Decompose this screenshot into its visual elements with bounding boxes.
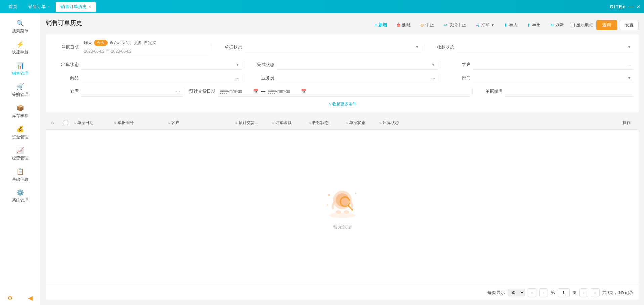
setting-btn[interactable]: 设置 [620,20,639,30]
date-option-more[interactable]: 更多 [134,40,142,46]
complete-status-filter[interactable]: ▼ [277,60,437,70]
doc-status-filter[interactable]: ▼ [245,42,421,52]
payment-status-filter[interactable]: ▼ [457,42,634,52]
th-delivery[interactable]: ⇅ 预计交货... [232,120,269,126]
date-option-yesterday[interactable]: 昨天 [84,40,92,46]
filter-row-2: 出库状态 ▼ 完成状态 ▼ 客户 [51,60,633,70]
department-arrow-icon: ▼ [627,76,631,80]
out-status-filter[interactable]: ▼ [81,60,241,70]
sidebar-item-basic-info[interactable]: 📋 基础信息 [0,164,40,186]
close-btn[interactable]: × [636,3,640,10]
next-page-btn[interactable]: › [579,288,588,297]
date-option-today[interactable]: 今天 [94,40,108,46]
sidebar-item-system[interactable]: ⚙️ 系统管理 [0,186,40,207]
show-details-checkbox[interactable] [570,23,575,27]
th-settings[interactable]: ⚙ [48,121,60,125]
print-btn[interactable]: 🖨 打印 ▼ [472,20,498,30]
doc-number-input[interactable] [508,89,631,94]
sidebar-item-inventory[interactable]: 📦 库存核算 [0,101,40,122]
last-page-btn[interactable]: » [591,288,600,297]
tab-sales-order-history[interactable]: 销售订单历史 × [56,2,95,12]
sidebar-item-operations[interactable]: 📈 经营管理 [0,143,40,164]
warehouse-dots-icon[interactable]: ··· [176,89,180,94]
show-details-toggle[interactable]: 显示明细 [570,22,594,28]
page-number-input[interactable] [558,288,570,297]
customer-filter[interactable]: ··· [473,60,633,70]
date-option-1month[interactable]: 近1月 [122,40,132,46]
th-doc-status[interactable]: ⇅ 单据状态 [343,120,376,126]
stop-btn[interactable]: ⊘ 中止 [417,20,437,30]
query-btn[interactable]: 查询 [596,20,617,30]
warehouse-filter[interactable]: ··· [81,86,182,97]
show-details-label: 显示明细 [576,22,594,28]
svg-point-7 [328,194,330,196]
divider-1 [212,44,212,51]
page-size-select[interactable]: 50 10 20 100 [508,289,525,296]
tab-sales-order-history-label: 销售订单历史 [60,4,87,10]
filter-row-1: 单据日期 昨天 今天 近7天 近1月 更多 自定义 2023-06-02 至 2… [51,38,633,56]
th-amount[interactable]: ⇅ 订单金额 [269,120,306,126]
payment-status-dropdown[interactable]: ▼ [459,45,632,49]
tab-sales-order[interactable]: 销售订单 × [24,2,54,12]
collapse-filter-btn[interactable]: ∧ 收起更多条件 [51,100,633,108]
new-btn[interactable]: + 新增 [371,20,390,30]
new-btn-label: + 新增 [375,22,387,28]
department-dropdown[interactable]: ▼ [475,76,631,80]
salesperson-dots-icon[interactable]: ··· [431,75,435,81]
operations-icon: 📈 [16,147,24,154]
sidebar-item-quick-nav[interactable]: ⚡ 快捷导航 [0,37,40,59]
import-btn[interactable]: ⬇ 导入 [501,20,521,30]
date-options-row: 昨天 今天 近7天 近1月 更多 自定义 [84,40,156,46]
delivery-date-from-input[interactable] [220,89,250,94]
tab-home[interactable]: 首页 [4,2,22,12]
delivery-date-to-input[interactable] [268,89,298,94]
sidebar-settings-icon[interactable]: ⚙ [7,294,13,302]
sidebar-item-finance[interactable]: 💰 资金管理 [0,122,40,143]
th-customer[interactable]: ⇅ 客户 [165,120,232,126]
delete-btn[interactable]: 🗑 删除 [393,20,414,30]
out-status-dropdown[interactable]: ▼ [83,62,239,67]
th-out-status[interactable]: ⇅ 出库状态 [376,120,410,126]
calendar-to-icon[interactable]: 📅 [301,89,306,94]
th-date[interactable]: ⇅ 单据日期 [71,120,111,126]
payment-status-label: 收款状态 [427,44,457,50]
th-num[interactable]: ⇅ 单据编号 [111,120,165,126]
product-dots-icon[interactable]: ··· [235,75,240,81]
th-pay-status[interactable]: ⇅ 收款状态 [306,120,343,126]
th-date-icon: ⇅ [73,121,76,125]
date-option-7days[interactable]: 近7天 [110,40,120,46]
tab-sales-order-close[interactable]: × [48,5,50,9]
salesperson-filter[interactable]: ··· [277,73,437,83]
th-num-label: 单据编号 [118,120,134,126]
calendar-from-icon[interactable]: 📅 [253,89,258,94]
sidebar-collapse-icon[interactable]: ◀ [28,294,33,302]
empty-state: 暂无数据 [46,130,639,285]
cancel-stop-btn[interactable]: ↩ 取消中止 [440,20,469,30]
date-option-custom[interactable]: 自定义 [144,40,156,46]
product-dropdown[interactable]: ··· [83,75,239,81]
refresh-btn[interactable]: ↻ 刷新 [547,20,567,30]
filter-row-3: 商品 ··· 业务员 ··· 部门 [51,73,633,83]
sidebar-item-purchase-mgmt[interactable]: 🛒 采购管理 [0,80,40,101]
customer-dropdown[interactable]: ··· [475,62,631,67]
doc-status-dropdown[interactable]: ▼ [247,45,419,49]
customer-dots-icon[interactable]: ··· [627,62,631,67]
warehouse-dropdown[interactable]: ··· [83,89,180,94]
sidebar-item-search-menu[interactable]: 🔍 搜索菜单 [0,16,40,37]
salesperson-dropdown[interactable]: ··· [279,75,435,81]
sidebar-item-inventory-label: 库存核算 [12,113,28,119]
complete-status-dropdown[interactable]: ▼ [279,62,435,67]
department-filter[interactable]: ▼ [473,73,633,83]
first-page-btn[interactable]: « [528,288,536,297]
product-filter[interactable]: ··· [81,73,241,83]
export-btn[interactable]: ⬆ 导出 [524,20,544,30]
tab-sales-order-history-close[interactable]: × [89,5,91,9]
select-all-checkbox[interactable] [63,121,68,125]
divider-3 [244,61,244,68]
table-container: ⚙ ⇅ 单据日期 ⇅ 单据编号 ⇅ 客户 ⇅ 预计交货. [46,116,639,300]
sidebar-item-sales-mgmt[interactable]: 📊 销售管理 [0,59,40,80]
minimize-btn[interactable]: — [628,4,634,10]
th-delivery-icon: ⇅ [234,121,237,125]
prev-page-btn[interactable]: ‹ [539,288,548,297]
doc-number-filter[interactable] [506,86,633,97]
